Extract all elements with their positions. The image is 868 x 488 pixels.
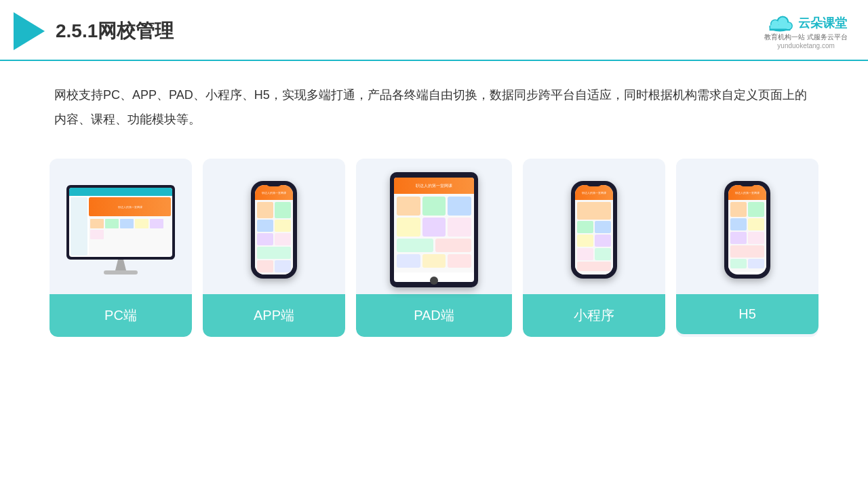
pc-monitor-icon: 职达人的第一堂网课 — [66, 185, 175, 274]
brand-logo: 云朵课堂 — [766, 14, 847, 33]
card-pad: 职达人的第一堂网课 — [356, 159, 512, 337]
header: 2.5.1网校管理 云朵课堂 教育机构一站 式服务云平台 yunduoketan… — [0, 0, 868, 61]
phone-miniapp-icon: 职达人的第一堂网课 — [571, 181, 617, 279]
page-title: 2.5.1网校管理 — [56, 18, 174, 44]
card-h5: 职达人的第一堂网课 — [676, 159, 818, 337]
header-right: 云朵课堂 教育机构一站 式服务云平台 yunduoketang.com — [764, 14, 848, 49]
pad-image-area: 职达人的第一堂网课 — [356, 159, 512, 294]
card-app: 职达人的第一堂网课 — [203, 159, 345, 337]
card-miniapp: 职达人的第一堂网课 — [523, 159, 665, 337]
brand-name: 云朵课堂 — [798, 15, 847, 31]
card-app-label: APP端 — [203, 294, 345, 337]
tablet-pad-icon: 职达人的第一堂网课 — [390, 172, 478, 287]
cards-container: 职达人的第一堂网课 — [0, 145, 868, 337]
card-pad-label: PAD端 — [356, 294, 512, 337]
brand-tagline: 教育机构一站 式服务云平台 — [764, 33, 848, 42]
phone-app-icon: 职达人的第一堂网课 — [251, 181, 297, 279]
description: 网校支持PC、APP、PAD、小程序、H5，实现多端打通，产品各终端自由切换，数… — [0, 61, 868, 145]
logo-triangle-icon — [14, 12, 45, 50]
phone-h5-icon: 职达人的第一堂网课 — [724, 181, 770, 279]
pc-image-area: 职达人的第一堂网课 — [50, 159, 192, 294]
header-left: 2.5.1网校管理 — [14, 12, 174, 50]
miniapp-image-area: 职达人的第一堂网课 — [523, 159, 665, 294]
brand-url: yunduoketang.com — [777, 42, 835, 49]
card-miniapp-label: 小程序 — [523, 294, 665, 337]
app-image-area: 职达人的第一堂网课 — [203, 159, 345, 294]
svg-rect-8 — [770, 24, 789, 28]
card-h5-label: H5 — [676, 294, 818, 334]
cloud-icon — [766, 14, 794, 33]
card-pc: 职达人的第一堂网课 — [50, 159, 192, 337]
h5-image-area: 职达人的第一堂网课 — [676, 159, 818, 294]
description-text: 网校支持PC、APP、PAD、小程序、H5，实现多端打通，产品各终端自由切换，数… — [54, 83, 814, 131]
card-pc-label: PC端 — [50, 294, 192, 337]
